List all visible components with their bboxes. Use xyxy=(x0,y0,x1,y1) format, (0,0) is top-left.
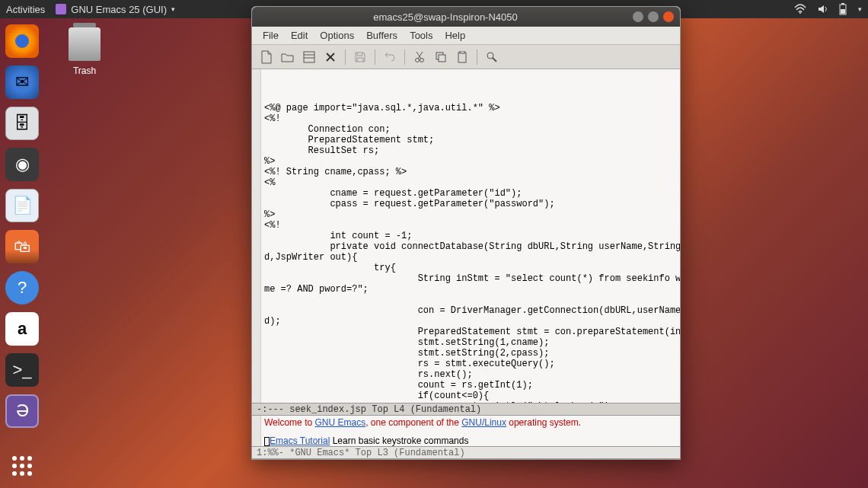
welcome-text: , one component of the xyxy=(365,417,461,428)
emacs-toolbar xyxy=(252,45,680,69)
cursor xyxy=(264,437,270,446)
dock: ✉ 🗄 ◉ 📄 🛍 ? a >_ Ə xyxy=(0,18,44,488)
code-buffer[interactable]: <%@ page import="java.sql.*,java.util.*"… xyxy=(252,69,680,403)
activities-button[interactable]: Activities xyxy=(6,4,45,15)
software-launcher[interactable]: 🛍 xyxy=(5,230,39,263)
paste-button[interactable] xyxy=(452,47,472,67)
window-titlebar[interactable]: emacs25@swap-Inspiron-N4050 xyxy=(252,7,680,27)
menu-help[interactable]: Help xyxy=(440,28,470,43)
apps-grid-button[interactable] xyxy=(12,456,34,477)
save-button[interactable] xyxy=(350,47,370,67)
close-button[interactable] xyxy=(663,11,674,22)
emacs-window: emacs25@swap-Inspiron-N4050 File Edit Op… xyxy=(251,6,681,460)
svg-point-0 xyxy=(799,12,801,14)
menu-file[interactable]: File xyxy=(258,28,283,43)
emacs-menubar: File Edit Options Buffers Tools Help xyxy=(252,27,680,45)
rhythmbox-launcher[interactable]: ◉ xyxy=(5,148,39,181)
fringe xyxy=(252,416,261,446)
welcome-text: operating system. xyxy=(506,417,581,428)
tutorial-desc: Learn basic keystroke commands xyxy=(330,435,468,446)
copy-button[interactable] xyxy=(431,47,451,67)
thunderbird-launcher[interactable]: ✉ xyxy=(5,65,39,99)
firefox-launcher[interactable] xyxy=(5,24,39,58)
files-launcher[interactable]: 🗄 xyxy=(5,107,39,140)
svg-rect-3 xyxy=(841,9,845,14)
amazon-launcher[interactable]: a xyxy=(5,312,39,346)
emacs-launcher[interactable]: Ə xyxy=(5,394,39,428)
emacs-app-icon xyxy=(56,4,66,14)
trash-label: Trash xyxy=(69,65,101,76)
battery-icon[interactable] xyxy=(838,3,847,15)
menu-tools[interactable]: Tools xyxy=(405,28,437,43)
maximize-button[interactable] xyxy=(648,11,659,22)
menu-edit[interactable]: Edit xyxy=(286,28,312,43)
kill-buffer-button[interactable] xyxy=(321,47,340,67)
undo-button[interactable] xyxy=(380,47,400,67)
minimize-button[interactable] xyxy=(633,11,643,22)
svg-rect-15 xyxy=(458,53,466,62)
app-menu-label: GNU Emacs 25 (GUI) xyxy=(71,4,167,15)
window-title: emacs25@swap-Inspiron-N4050 xyxy=(258,11,633,23)
trash-icon xyxy=(69,27,101,61)
open-file-button[interactable] xyxy=(278,47,298,67)
volume-icon[interactable] xyxy=(817,4,828,14)
writer-launcher[interactable]: 📄 xyxy=(5,189,39,222)
terminal-launcher[interactable]: >_ xyxy=(5,353,39,387)
welcome-buffer[interactable]: Welcome to GNU Emacs, one component of t… xyxy=(252,416,680,446)
cut-button[interactable] xyxy=(410,47,429,67)
modeline-main[interactable]: -:--- seek_index.jsp Top L4 (Fundamental… xyxy=(252,403,680,416)
svg-rect-4 xyxy=(304,52,314,62)
new-file-button[interactable] xyxy=(257,47,276,67)
modeline-welcome[interactable]: 1:%%- *GNU Emacs* Top L3 (Fundamental) xyxy=(252,446,680,459)
welcome-text: Welcome to xyxy=(264,417,314,428)
menu-options[interactable]: Options xyxy=(315,28,359,43)
svg-line-18 xyxy=(493,58,496,62)
svg-point-10 xyxy=(420,58,424,62)
help-launcher[interactable]: ? xyxy=(5,271,39,305)
gnu-emacs-link[interactable]: GNU Emacs xyxy=(314,417,365,428)
fringe xyxy=(252,69,261,403)
svg-rect-2 xyxy=(841,3,844,5)
svg-point-17 xyxy=(487,53,493,59)
svg-point-9 xyxy=(416,58,420,62)
system-menu-chevron-icon[interactable]: ▾ xyxy=(858,5,862,13)
svg-rect-14 xyxy=(439,55,445,62)
menu-buffers[interactable]: Buffers xyxy=(362,28,402,43)
chevron-down-icon: ▾ xyxy=(171,5,175,13)
tutorial-link[interactable]: Emacs Tutorial xyxy=(270,435,330,446)
dired-button[interactable] xyxy=(299,47,319,67)
wifi-icon[interactable] xyxy=(794,4,806,14)
gnu-linux-link[interactable]: GNU/Linux xyxy=(461,417,506,428)
search-button[interactable] xyxy=(482,47,502,67)
editor-area: <%@ page import="java.sql.*,java.util.*"… xyxy=(252,69,680,459)
app-menu[interactable]: GNU Emacs 25 (GUI) ▾ xyxy=(56,4,175,15)
trash-desktop-icon[interactable]: Trash xyxy=(69,27,101,76)
svg-rect-16 xyxy=(460,51,464,53)
